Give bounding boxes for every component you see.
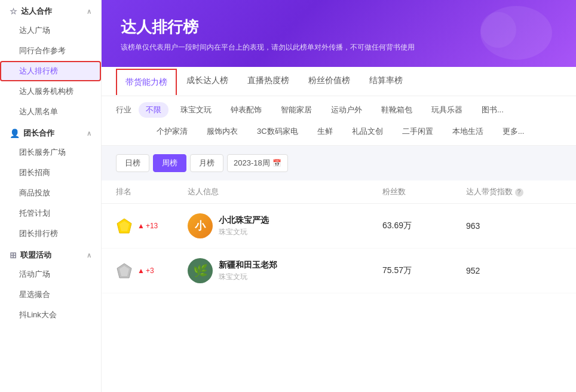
info-text-2: 新疆和田玉老郑 珠宝文玩 [219,260,277,282]
banner-subtitle: 该榜单仅代表用户一段时间内在平台上的表现，请勿以此榜单对外传播，不可做任何背书使… [121,42,557,53]
info-name-2: 新疆和田玉老郑 [219,260,277,271]
tab-live-heat[interactable]: 直播热度榜 [238,67,299,96]
filter-toys[interactable]: 玩具乐器 [424,102,470,118]
filter-3c[interactable]: 3C数码家电 [250,124,305,139]
arrow-up-icon-2: ▲ [137,267,145,275]
banner-title: 达人排行榜 [121,17,557,38]
rank-change-1: ▲ +13 [137,222,158,230]
table-row: ▲ +3 🌿 新疆和田玉老郑 珠宝文玩 75.57万 952 [102,249,576,293]
table-row: ▲ +13 小 小北珠宝严选 珠宝文玩 63.69万 963 [102,204,576,249]
sidebar-item-activity-plaza[interactable]: 活动广场 [0,264,101,284]
chevron-up-icon-3: ∧ [87,252,91,259]
filter-local[interactable]: 本地生活 [445,124,491,139]
sidebar-section-tuanzhang-label: 团长合作 [23,128,54,139]
avatar-placeholder-1: 小 [188,213,213,238]
period-date-value: 2023-18周 [234,158,270,169]
chevron-up-icon: ∧ [87,8,91,16]
filter-row-2: 个护家清 服饰内衣 3C数码家电 生鲜 礼品文创 二手闲置 本地生活 更多... [102,121,576,146]
col-rank: 排名 [116,186,188,197]
sidebar-item-star-selection[interactable]: 星选撮合 [0,284,101,305]
score-cell-1: 963 [466,221,562,231]
avatar-1: 小 [188,213,213,238]
sidebar-item-goods-placement[interactable]: 商品投放 [0,183,101,203]
filter-unlimited[interactable]: 不限 [139,102,168,118]
sidebar-item-daren-rank[interactable]: 达人排行榜 [0,61,101,81]
sidebar-item-daren-blacklist[interactable]: 达人黑名单 [0,102,101,122]
tabs-row: 带货能力榜 成长达人榜 直播热度榜 粉丝价值榜 结算率榜 [102,67,576,96]
period-row: 日榜 周榜 月榜 2023-18周 📅 [102,146,576,180]
sidebar-section-lianmeng-label: 联盟活动 [20,250,51,261]
sidebar-section-daren-label: 达人合作 [21,6,52,17]
sidebar-item-link-conference[interactable]: 抖Link大会 [0,305,101,325]
filter-smart-home[interactable]: 智能家居 [274,102,319,118]
rank-cell-1: ▲ +13 [116,218,188,234]
sidebar-section-lianmeng[interactable]: ⊞ 联盟活动 ∧ [0,244,101,264]
col-info: 达人信息 [188,186,382,197]
info-category-2: 珠宝文玩 [219,272,277,282]
calendar-icon: 📅 [272,159,281,167]
rank-diamond-gold-icon [116,218,133,234]
info-name-1: 小北珠宝严选 [219,215,269,226]
filter-more[interactable]: 更多... [495,124,532,139]
filter-watch[interactable]: 钟表配饰 [223,102,269,118]
rank-diamond-silver-icon [116,262,133,279]
sidebar-item-peer-ref[interactable]: 同行合作参考 [0,41,101,61]
arrow-up-icon: ▲ [137,222,145,230]
star-icon: ☆ [10,7,17,16]
filter-fresh[interactable]: 生鲜 [310,124,340,139]
col-fans: 粉丝数 [382,186,466,197]
tab-daihuo[interactable]: 带货能力榜 [116,69,177,95]
info-cell-1: 小 小北珠宝严选 珠宝文玩 [188,213,382,238]
tab-growth[interactable]: 成长达人榜 [177,67,238,96]
col-score-label: 达人带货指数 [466,187,513,196]
period-date-picker[interactable]: 2023-18周 📅 [227,154,288,172]
sidebar-section-daren[interactable]: ☆ 达人合作 ∧ [0,0,101,20]
grid-icon: ⊞ [10,250,17,260]
table-header: 排名 达人信息 粉丝数 达人带货指数 ? [102,180,576,204]
avatar-2: 🌿 [188,258,213,283]
filter-personal-care[interactable]: 个护家清 [149,124,195,139]
avatar-text-1: 小 [195,219,206,233]
tab-settlement[interactable]: 结算率榜 [360,67,412,96]
info-text-1: 小北珠宝严选 珠宝文玩 [219,215,269,237]
fans-cell-2: 75.57万 [382,265,466,276]
info-cell-2: 🌿 新疆和田玉老郑 珠宝文玩 [188,258,382,283]
rank-cell-2: ▲ +3 [116,262,188,279]
filter-clothing[interactable]: 服饰内衣 [200,124,245,139]
sidebar: ☆ 达人合作 ∧ 达人广场 同行合作参考 达人排行榜 达人服务机构榜 达人黑名单… [0,0,102,392]
sidebar-section-tuanzhang[interactable]: 👤 团长合作 ∧ [0,122,101,142]
avatar-placeholder-2: 🌿 [188,258,213,283]
filter-secondhand[interactable]: 二手闲置 [395,124,440,139]
filter-shoes[interactable]: 鞋靴箱包 [374,102,419,118]
rank-change-value-2: +3 [146,267,154,275]
table-container: 排名 达人信息 粉丝数 达人带货指数 ? ▲ +13 [102,180,576,392]
filter-picture[interactable]: 图书... [474,102,511,118]
filter-jewelry[interactable]: 珠宝文玩 [173,102,219,118]
rank-change-value-1: +13 [146,222,158,230]
sidebar-item-tz-service[interactable]: 团长服务广场 [0,142,101,163]
score-cell-2: 952 [466,266,562,275]
banner: 达人排行榜 该榜单仅代表用户一段时间内在平台上的表现，请勿以此榜单对外传播，不可… [102,0,576,67]
sidebar-item-daren-service[interactable]: 达人服务机构榜 [0,81,101,102]
tab-fans-value[interactable]: 粉丝价值榜 [299,67,360,96]
filter-gifts[interactable]: 礼品文创 [345,124,390,139]
filter-row-1: 行业 不限 珠宝文玩 钟表配饰 智能家居 运动户外 鞋靴箱包 玩具乐器 图书..… [102,96,576,121]
filter-industry-label: 行业 [116,105,131,115]
chevron-up-icon-2: ∧ [87,130,91,137]
info-category-1: 珠宝文玩 [219,227,269,237]
col-score: 达人带货指数 ? [466,186,562,197]
sidebar-item-daren-plaza[interactable]: 达人广场 [0,20,101,41]
fans-cell-1: 63.69万 [382,220,466,231]
sidebar-item-tz-rank[interactable]: 团长排行榜 [0,223,101,244]
sidebar-item-hosting[interactable]: 托管计划 [0,203,101,223]
filter-outdoor[interactable]: 运动户外 [324,102,369,118]
score-help-icon[interactable]: ? [515,188,523,197]
sidebar-item-tz-recruit[interactable]: 团长招商 [0,163,101,183]
period-weekly-btn[interactable]: 周榜 [153,154,186,172]
rank-change-2: ▲ +3 [137,267,154,275]
person-icon: 👤 [10,128,20,138]
period-monthly-btn[interactable]: 月榜 [190,154,223,172]
period-daily-btn[interactable]: 日榜 [116,154,149,172]
main-content: 达人排行榜 该榜单仅代表用户一段时间内在平台上的表现，请勿以此榜单对外传播，不可… [102,0,576,392]
